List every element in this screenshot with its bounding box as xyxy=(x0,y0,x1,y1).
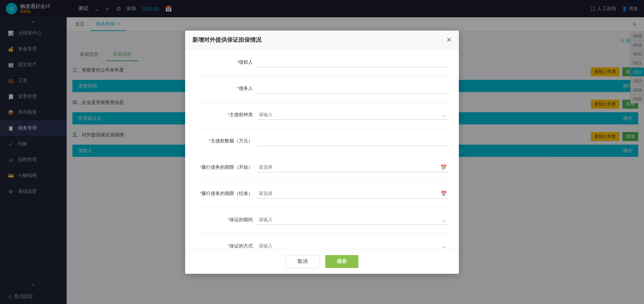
creditor-input[interactable] xyxy=(257,57,448,67)
form-row-claim-type: *主债权种类 ⌄ xyxy=(196,110,448,120)
guarantee-period-label: *保证的期间 xyxy=(196,217,257,223)
period-end-label: *履行债务的期限（结束） xyxy=(196,190,257,197)
claim-type-input[interactable] xyxy=(257,110,448,120)
period-end-date-wrap: 📅 xyxy=(257,189,448,199)
guarantee-period-input[interactable] xyxy=(257,215,448,225)
debtor-label: *债务人 xyxy=(196,85,257,92)
guarantee-method-select-wrap: ⌄ xyxy=(257,241,448,249)
claim-amount-required: * xyxy=(209,138,211,144)
form-row-creditor: *债权人 xyxy=(196,57,448,67)
modal-dialog: 新增对外提供保证担保情况 ✕ *债权人 *债务人 xyxy=(185,31,459,274)
claim-type-label: *主债权种类 xyxy=(196,112,257,118)
claim-type-select-wrap: ⌄ xyxy=(257,110,448,120)
modal-body: *债权人 *债务人 *主债权种类 xyxy=(185,50,459,249)
creditor-label: *债权人 xyxy=(196,59,257,65)
divider-1 xyxy=(196,76,448,76)
modal-overlay: 新增对外提供保证担保情况 ✕ *债权人 *债务人 xyxy=(0,0,644,304)
divider-7 xyxy=(196,233,448,234)
modal-title: 新增对外提供保证担保情况 xyxy=(192,36,261,44)
debtor-required: * xyxy=(237,86,239,91)
cancel-button[interactable]: 取消 xyxy=(286,255,319,268)
form-row-guarantee-method: *保证的方式 ⌄ xyxy=(196,241,448,249)
form-row-period-end: *履行债务的期限（结束） 📅 xyxy=(196,189,448,199)
guarantee-method-required: * xyxy=(228,243,229,249)
period-start-required: * xyxy=(200,164,201,170)
modal-header: 新增对外提供保证担保情况 ✕ xyxy=(185,31,459,50)
claim-amount-input[interactable] xyxy=(257,136,448,146)
modal-close-button[interactable]: ✕ xyxy=(446,37,452,43)
guarantee-period-select-wrap: ⌄ xyxy=(257,215,448,225)
divider-3 xyxy=(196,128,448,129)
period-end-input[interactable] xyxy=(257,189,448,199)
period-start-label: *履行债务的期限（开始） xyxy=(196,164,257,171)
modal-footer: 取消 保存 xyxy=(185,249,459,274)
guarantee-method-label: *保证的方式 xyxy=(196,243,257,249)
divider-5 xyxy=(196,181,448,181)
period-start-input[interactable] xyxy=(257,162,448,172)
guarantee-method-input[interactable] xyxy=(257,241,448,249)
debtor-input[interactable] xyxy=(257,83,448,94)
claim-type-required: * xyxy=(228,112,229,117)
form-row-period-start: *履行债务的期限（开始） 📅 xyxy=(196,162,448,172)
form-row-guarantee-period: *保证的期间 ⌄ xyxy=(196,215,448,225)
divider-6 xyxy=(196,207,448,208)
creditor-required: * xyxy=(237,59,239,65)
form-row-debtor: *债务人 xyxy=(196,83,448,94)
divider-4 xyxy=(196,155,448,155)
period-start-date-wrap: 📅 xyxy=(257,162,448,172)
save-button[interactable]: 保存 xyxy=(325,255,358,268)
period-end-required: * xyxy=(200,191,201,196)
divider-2 xyxy=(196,102,448,103)
claim-amount-label: *主债权数额（万元） xyxy=(196,138,257,144)
form-row-claim-amount: *主债权数额（万元） xyxy=(196,136,448,146)
guarantee-period-required: * xyxy=(228,217,229,222)
